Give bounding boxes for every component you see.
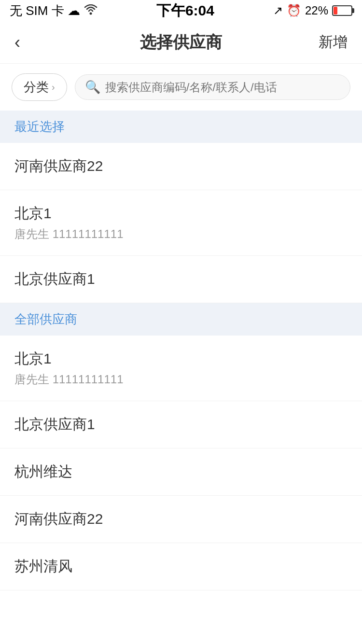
- status-left: 无 SIM 卡 ☁: [10, 2, 97, 19]
- all-item-3[interactable]: 河南供应商22: [0, 496, 362, 543]
- all-section-label: 全部供应商: [14, 312, 77, 326]
- back-button[interactable]: ‹: [14, 32, 43, 53]
- category-button[interactable]: 分类 ›: [12, 73, 67, 101]
- svg-point-0: [89, 12, 92, 14]
- all-item-4[interactable]: 苏州清风: [0, 543, 362, 590]
- all-section-header: 全部供应商: [0, 303, 362, 336]
- page-title: 选择供应商: [140, 31, 222, 54]
- search-box[interactable]: 🔍: [75, 74, 350, 100]
- search-icon: 🔍: [85, 80, 100, 95]
- location-icon: ↗: [273, 4, 283, 17]
- battery-percent: 22%: [305, 4, 328, 17]
- recent-item-0[interactable]: 河南供应商22: [0, 143, 362, 190]
- all-item-0[interactable]: 北京1 唐先生 11111111111: [0, 336, 362, 401]
- recent-item-name-1: 北京1: [14, 204, 348, 224]
- recent-section-header: 最近选择: [0, 111, 362, 143]
- category-label: 分类: [24, 79, 49, 96]
- battery-icon: [332, 5, 352, 16]
- recent-item-1[interactable]: 北京1 唐先生 11111111111: [0, 190, 362, 256]
- filter-bar: 分类 › 🔍: [0, 64, 362, 111]
- add-button[interactable]: 新增: [319, 32, 348, 52]
- status-time: 下午6:04: [156, 1, 214, 21]
- recent-section-label: 最近选择: [14, 119, 65, 134]
- all-item-name-1: 北京供应商1: [14, 415, 348, 434]
- all-item-name-3: 河南供应商22: [14, 509, 348, 529]
- all-items-list: 北京1 唐先生 11111111111 北京供应商1 杭州维达 河南供应商22 …: [0, 336, 362, 590]
- status-right: ↗ ⏰ 22%: [273, 4, 352, 17]
- recent-item-sub-1: 唐先生 11111111111: [14, 226, 348, 242]
- all-item-sub-0: 唐先生 11111111111: [14, 372, 348, 387]
- nav-bar: ‹ 选择供应商 新增: [0, 21, 362, 64]
- chevron-right-icon: ›: [52, 82, 55, 93]
- wifi-icon: [84, 3, 97, 18]
- recent-item-2[interactable]: 北京供应商1: [0, 256, 362, 303]
- recent-items-list: 河南供应商22 北京1 唐先生 11111111111 北京供应商1: [0, 143, 362, 303]
- no-sim-label: 无 SIM 卡 ☁: [10, 2, 80, 19]
- all-item-name-0: 北京1: [14, 349, 348, 369]
- all-item-name-2: 杭州维达: [14, 462, 348, 482]
- all-item-1[interactable]: 北京供应商1: [0, 401, 362, 448]
- all-item-2[interactable]: 杭州维达: [0, 448, 362, 496]
- recent-item-name-2: 北京供应商1: [14, 269, 348, 289]
- all-item-name-4: 苏州清风: [14, 557, 348, 576]
- status-bar: 无 SIM 卡 ☁ 下午6:04 ↗ ⏰ 22%: [0, 0, 362, 21]
- recent-item-name-0: 河南供应商22: [14, 156, 348, 176]
- alarm-icon: ⏰: [287, 4, 301, 17]
- search-input[interactable]: [105, 81, 340, 94]
